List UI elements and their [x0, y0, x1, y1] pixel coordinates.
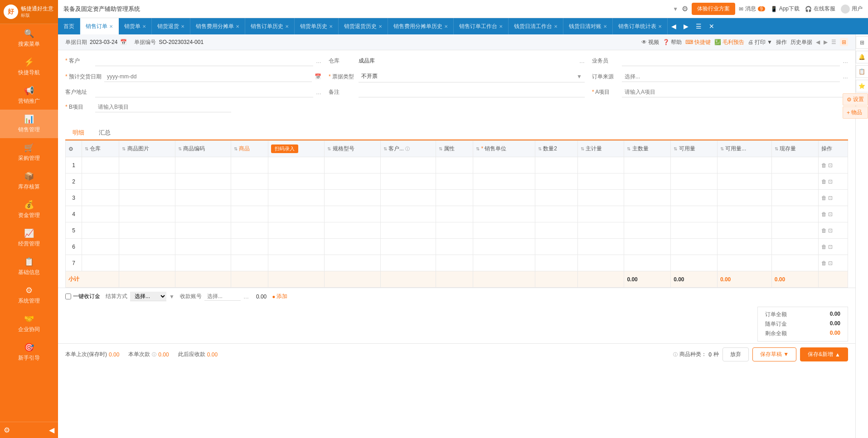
cell-4-main-qty[interactable]: [624, 206, 671, 222]
cell-3-code[interactable]: [175, 190, 231, 206]
cell-6-stock[interactable]: [771, 239, 818, 255]
cell-1-main-unit[interactable]: [577, 157, 624, 173]
cell-2-stock[interactable]: [771, 173, 818, 190]
nav-left-icon[interactable]: ◀: [816, 39, 820, 45]
cell-4-avail2[interactable]: [717, 206, 771, 222]
save-new-arrow[interactable]: ▲: [835, 351, 840, 358]
cell-4-customer-code[interactable]: [380, 206, 436, 222]
row-3-delete-icon[interactable]: 🗑: [821, 195, 827, 201]
col-main-qty[interactable]: ⇅ 主数量: [624, 141, 671, 157]
cell-7-avail[interactable]: [671, 255, 718, 271]
sidebar-item-collab[interactable]: 🤝 企业协同: [0, 309, 58, 338]
quick-order-checkbox-label[interactable]: 一键收订金: [65, 293, 100, 300]
sidebar-item-search[interactable]: 🔍 搜索菜单: [0, 24, 58, 53]
cell-3-warehouse[interactable]: [82, 190, 119, 206]
profit-btn[interactable]: 💹 毛利预告: [714, 39, 744, 46]
shortcut-btn[interactable]: ⌨ 快捷键: [685, 39, 711, 46]
col-code[interactable]: ⇅ 商品编码: [175, 141, 231, 157]
tab-stats[interactable]: 销售订单统计表 ✕: [613, 18, 668, 34]
cell-3-customer-code[interactable]: [380, 190, 436, 206]
row-7-delete-icon[interactable]: 🗑: [821, 260, 827, 266]
staff-input[interactable]: [622, 56, 840, 66]
sidebar-settings-icon[interactable]: ⚙: [4, 426, 10, 434]
cell-1-product[interactable]: [231, 157, 268, 173]
sidebar-collapse-icon[interactable]: ◀: [49, 426, 54, 434]
sidebar-item-purchase[interactable]: 🛒 采购管理: [0, 138, 58, 167]
cell-7-qty2[interactable]: [535, 255, 577, 271]
cell-4-product[interactable]: [231, 206, 268, 222]
cell-6-image[interactable]: [119, 239, 175, 255]
col-image[interactable]: ⇅ 商品图片: [119, 141, 175, 157]
sidebar-item-system[interactable]: ⚙ 系统管理: [0, 281, 58, 309]
cell-4-unit[interactable]: [473, 206, 535, 222]
cell-7-avail2[interactable]: [717, 255, 771, 271]
cell-2-main-unit[interactable]: [577, 173, 624, 190]
tab-daily-clear[interactable]: 钱货日清工作台 ✕: [509, 18, 563, 34]
operation-btn[interactable]: 操作: [776, 39, 787, 46]
sidebar-item-finance[interactable]: 💰 资金管理: [0, 195, 58, 224]
cell-7-code[interactable]: [175, 255, 231, 271]
app-download-area[interactable]: 📱 App下载: [771, 5, 800, 13]
tab-close-workbench[interactable]: ✕: [499, 24, 503, 29]
cell-3-spec[interactable]: [325, 190, 380, 206]
cell-6-qty2[interactable]: [535, 239, 577, 255]
tab-close-expense[interactable]: ✕: [236, 24, 239, 29]
cell-6-main-qty[interactable]: [624, 239, 671, 255]
cell-3-image[interactable]: [119, 190, 175, 206]
cell-2-spec[interactable]: [325, 173, 380, 190]
cell-5-code[interactable]: [175, 222, 231, 239]
tab-order-history[interactable]: 销售订单历史 ✕: [245, 18, 295, 34]
sidebar-item-sales[interactable]: 📊 销售管理: [0, 110, 58, 138]
float-btn-1[interactable]: ⊞: [856, 36, 868, 49]
cell-4-code[interactable]: [175, 206, 231, 222]
cell-2-qty2[interactable]: [535, 173, 577, 190]
col-settings[interactable]: ⚙: [66, 141, 82, 157]
col-product[interactable]: ⇅ 商品: [231, 141, 268, 157]
col-warehouse[interactable]: ⇅ 仓库: [82, 141, 119, 157]
cell-2-warehouse[interactable]: [82, 173, 119, 190]
cell-6-spec[interactable]: [325, 239, 380, 255]
address-input[interactable]: [95, 87, 313, 97]
col-spec[interactable]: ⇅ 规格型号: [325, 141, 380, 157]
row-copy-icon[interactable]: ⊡: [828, 162, 833, 168]
cell-6-product[interactable]: [231, 239, 268, 255]
row-5-delete-icon[interactable]: 🗑: [821, 227, 827, 234]
tab-sales-order[interactable]: 销售订单 ✕: [80, 18, 119, 34]
tab-detail[interactable]: 明细: [65, 126, 92, 140]
tab-close-expense-history[interactable]: ✕: [444, 24, 448, 29]
cell-6-avail[interactable]: [671, 239, 718, 255]
tab-home[interactable]: 首页: [58, 18, 80, 34]
quick-order-checkbox[interactable]: [65, 294, 71, 299]
tab-close-goods-history[interactable]: ✕: [329, 24, 333, 29]
row-4-copy-icon[interactable]: ⊡: [828, 211, 833, 217]
cell-1-qty2[interactable]: [535, 157, 577, 173]
sidebar-item-basic-info[interactable]: 📋 基础信息: [0, 252, 58, 281]
customer-more-icon[interactable]: …: [316, 58, 321, 64]
tab-prev-btn[interactable]: ◀: [668, 23, 680, 30]
cell-5-main-unit[interactable]: [577, 222, 624, 239]
tab-reconcile[interactable]: 钱货日清对账 ✕: [563, 18, 613, 34]
cell-6-unit[interactable]: [473, 239, 535, 255]
row-delete-icon[interactable]: 🗑: [821, 162, 827, 168]
view-btn[interactable]: 👁 视频: [641, 39, 659, 46]
tab-expense-split[interactable]: 销售费用分摊单 ✕: [190, 18, 245, 34]
add-btn[interactable]: ● 添加: [272, 293, 287, 300]
tab-next-btn[interactable]: ▶: [680, 23, 692, 30]
cell-2-unit[interactable]: [473, 173, 535, 190]
cell-4-image[interactable]: [119, 206, 175, 222]
col-scan[interactable]: 扫码录入: [268, 141, 325, 157]
cell-3-attr[interactable]: [436, 190, 473, 206]
cell-4-attr[interactable]: [436, 206, 473, 222]
invoice-select[interactable]: 不开票 ▼: [359, 71, 585, 82]
cell-5-main-qty[interactable]: [624, 222, 671, 239]
goods-quick-btn[interactable]: + 物品: [843, 106, 855, 119]
cell-3-stock[interactable]: [771, 190, 818, 206]
discard-button[interactable]: 放弃: [723, 347, 749, 361]
cell-3-main-unit[interactable]: [577, 190, 624, 206]
sidebar-item-management[interactable]: 📈 经营管理: [0, 224, 58, 252]
cell-1-image[interactable]: [119, 157, 175, 173]
tab-summary[interactable]: 汇总: [92, 126, 118, 140]
tab-close-daily-clear[interactable]: ✕: [554, 24, 558, 29]
history-btn[interactable]: 历史单据: [790, 39, 812, 46]
cell-5-avail[interactable]: [671, 222, 718, 239]
